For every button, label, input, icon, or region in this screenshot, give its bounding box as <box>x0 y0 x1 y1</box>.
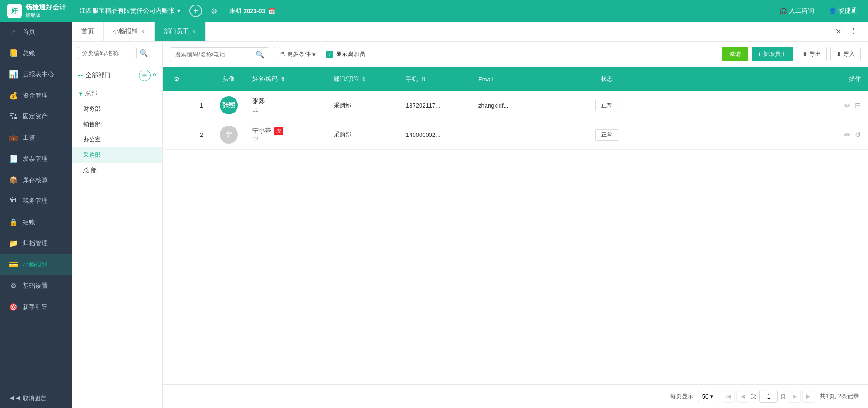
tree-node-caiwubu[interactable]: 财务部 <box>72 101 162 117</box>
page-number-input[interactable] <box>760 390 778 403</box>
company-selector[interactable]: 江西服宝精品有限责任公司内账张 ▾ <box>76 5 184 17</box>
tree-root-label: 全部部门 <box>85 71 136 80</box>
add-company-button[interactable]: + <box>189 5 202 17</box>
tab-employees[interactable]: 部门员工 ✕ <box>155 22 206 41</box>
sidebar-label-guide: 新手引导 <box>23 303 48 311</box>
employee-search-input[interactable] <box>175 51 253 58</box>
row1-email: zhangxidf... <box>471 91 561 120</box>
import-button[interactable]: ⬇ 导入 <box>830 47 861 61</box>
row2-reset-button[interactable]: ↺ <box>855 131 861 139</box>
support-button[interactable]: 🎧 人工咨询 <box>776 5 818 17</box>
sidebar-item-invoice[interactable]: 🧾 发票管理 <box>0 148 72 169</box>
tab-home[interactable]: 首页 <box>72 22 104 41</box>
page-prev-button[interactable]: ◀ <box>736 390 749 403</box>
home-icon: ⌂ <box>9 28 18 36</box>
col-index <box>190 67 212 91</box>
sidebar-item-closing[interactable]: 🔒 结账 <box>0 211 72 233</box>
row2-settings-cell <box>163 120 190 150</box>
sidebar-label-archive: 归档管理 <box>23 239 48 248</box>
company-dropdown-icon: ▾ <box>177 7 180 14</box>
col-name-header[interactable]: 姓名/编码 ⇅ <box>245 67 326 91</box>
col-dept-header[interactable]: 部门/职位 ⇅ <box>326 67 399 91</box>
row2-edit-button[interactable]: ✏ <box>844 131 850 139</box>
company-name: 江西服宝精品有限责任公司内账张 <box>80 7 175 15</box>
tab-employees-close[interactable]: ✕ <box>192 28 196 35</box>
tree-parent-zongbu[interactable]: ▼ 总部 <box>72 86 162 101</box>
employee-table-area: ⚙ 头像 姓名/编码 ⇅ <box>163 67 868 384</box>
page-first-button[interactable]: |◀ <box>722 390 735 403</box>
sidebar-item-home[interactable]: ⌂ 首页 <box>0 22 72 42</box>
app-name: 畅捷通好会计 <box>25 3 66 12</box>
page-last-button[interactable]: ▶| <box>802 390 815 403</box>
sidebar-label-tax: 税务管理 <box>23 197 48 205</box>
tree-dept-caiwubu: 财务部 <box>83 105 101 112</box>
main-layout: ⌂ 首页 📒 总账 📊 云报表中心 💰 资金管理 🏗 固定资产 💼 工资 🧾 发… <box>0 22 868 408</box>
user-menu[interactable]: 👤 畅捷通 <box>825 5 861 17</box>
tree-root[interactable]: ▪▪ 全部部门 ✏ « <box>72 65 162 86</box>
tree-edit-button[interactable]: ✏ <box>139 70 151 81</box>
tab-expense[interactable]: 小畅报销 ✕ <box>104 22 155 41</box>
row1-ops: ✏ ⊟ <box>652 91 868 120</box>
row2-avatar-cell: 宁 <box>212 120 245 150</box>
row1-edit-button[interactable]: ✏ <box>844 101 850 110</box>
expense-icon: 💳 <box>9 260 18 269</box>
tree-node-zongbu2[interactable]: 总 部 <box>72 163 162 178</box>
sidebar-item-assets[interactable]: 🏗 固定资产 <box>0 106 72 127</box>
content-area: 首页 小畅报销 ✕ 部门员工 ✕ ✕ ⛶ 🔍 <box>72 22 868 408</box>
tree-dept-bangongshi: 办公室 <box>83 136 101 143</box>
row1-phone: 187202117... <box>399 91 471 120</box>
sidebar-item-payroll[interactable]: 💼 工资 <box>0 127 72 148</box>
row2-phone: 140000002... <box>399 120 471 150</box>
show-resigned-label[interactable]: ✓ 显示离职员工 <box>326 50 371 58</box>
table-row: 2 宁 宁小壹 <box>163 120 868 150</box>
tree-node-bangongshi[interactable]: 办公室 <box>72 132 162 147</box>
sidebar-label-closing: 结账 <box>23 218 35 226</box>
sidebar-item-ledger[interactable]: 📒 总账 <box>0 42 72 64</box>
col-phone-header[interactable]: 手机 ⇅ <box>399 67 471 91</box>
col-email-header: Email <box>471 67 561 91</box>
tree-search-input[interactable] <box>78 47 137 59</box>
search-icon[interactable]: 🔍 <box>255 50 264 59</box>
sidebar-item-reports[interactable]: 📊 云报表中心 <box>0 64 72 85</box>
tree-search-icon[interactable]: 🔍 <box>139 49 148 57</box>
page-next-button[interactable]: ▶ <box>788 390 801 403</box>
tab-close-all-button[interactable]: ✕ <box>832 25 844 38</box>
sidebar-item-guide[interactable]: 🎯 新手引导 <box>0 296 72 318</box>
sidebar-item-tax[interactable]: 🏛 税务管理 <box>0 191 72 211</box>
header-settings-button[interactable]: ⚙ <box>208 5 220 17</box>
logo-icon: 好 <box>7 4 22 18</box>
calendar-icon[interactable]: 📅 <box>268 8 275 14</box>
row1-more-button[interactable]: ⊟ <box>855 101 861 110</box>
archive-icon: 📁 <box>9 239 18 248</box>
sidebar-label-payroll: 工资 <box>23 134 35 142</box>
per-page-select[interactable]: 50 ▾ <box>698 391 717 402</box>
filter-label: 更多条件 <box>287 50 311 58</box>
more-filter-button[interactable]: ⚗ 更多条件 ▾ <box>274 47 321 61</box>
export-button[interactable]: ⬆ 导出 <box>797 47 827 61</box>
add-employee-label: + 新增员工 <box>758 50 787 58</box>
invite-button[interactable]: 邀请 <box>722 47 748 61</box>
name-sort-icon: ⇅ <box>281 76 285 82</box>
tab-expense-close[interactable]: ✕ <box>141 28 145 35</box>
sidebar-item-funds[interactable]: 💰 资金管理 <box>0 85 72 106</box>
add-employee-button[interactable]: + 新增员工 <box>752 47 793 61</box>
period-selector: 账期 2023-03 📅 <box>229 7 275 15</box>
sidebar-item-inventory[interactable]: 📦 库存核算 <box>0 169 72 191</box>
show-resigned-checkbox[interactable]: ✓ <box>326 51 333 58</box>
tree-panel: 🔍 ▪▪ 全部部门 ✏ « ▼ 总部 财务部 <box>72 42 163 408</box>
toolbar: 🔍 ⚗ 更多条件 ▾ ✓ 显示离职员工 邀请 <box>163 42 868 67</box>
table-settings-icon[interactable]: ⚙ <box>170 73 183 85</box>
tab-expand-button[interactable]: ⛶ <box>850 25 863 38</box>
sidebar-item-expense[interactable]: 💳 小畅报销 <box>0 254 72 275</box>
tree-node-xiaoshoubu[interactable]: 销售部 <box>72 117 162 132</box>
tree-dept-zongbu: 总部 <box>85 89 97 98</box>
table-body: 1 张熙 张熙 <box>163 91 868 150</box>
settings-icon: ⚙ <box>9 281 18 290</box>
tree-collapse-button[interactable]: « <box>152 70 157 81</box>
table-row: 1 张熙 张熙 <box>163 91 868 120</box>
cancel-fixed-button[interactable]: ◀◀ 取消固定 <box>0 389 72 408</box>
tree-node-caigoubu[interactable]: 采购部 <box>72 147 162 163</box>
sidebar-item-settings[interactable]: ⚙ 基础设置 <box>0 275 72 296</box>
sidebar-item-archive[interactable]: 📁 归档管理 <box>0 233 72 254</box>
app-sub: 旗舰版 <box>25 12 66 19</box>
